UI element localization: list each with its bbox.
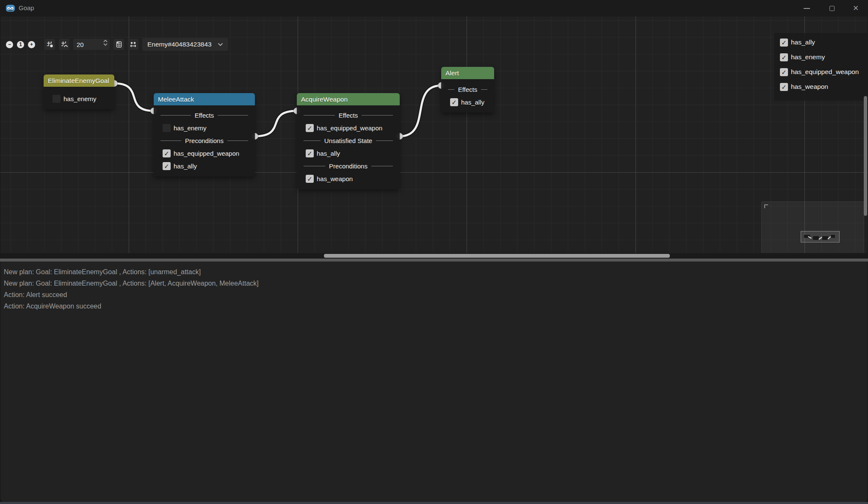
- separator-line: [304, 140, 321, 141]
- zoom-in-button[interactable]: +: [28, 41, 35, 48]
- checkbox-icon[interactable]: ✓: [780, 39, 788, 47]
- checkbox-icon[interactable]: [53, 95, 61, 103]
- checkbox-icon[interactable]: ✓: [780, 68, 788, 76]
- separator-line: [362, 115, 393, 116]
- node-title[interactable]: MeleeAttack: [154, 93, 255, 105]
- graph-node-alert[interactable]: AlertEffects✓has_ally: [441, 67, 494, 113]
- checkbox-icon[interactable]: ✓: [306, 124, 314, 132]
- snap-toggle-button[interactable]: [44, 39, 55, 50]
- watch-item-label: has_ally: [791, 39, 815, 46]
- separator-line: [160, 140, 181, 141]
- state-label: has_equipped_weapon: [174, 150, 239, 157]
- graph-canvas[interactable]: EliminateEnemyGoalhas_enemyMeleeAttackEf…: [0, 17, 868, 259]
- agent-selector-value: Enemy#40483423843: [147, 41, 212, 48]
- log-line: Action: AcquireWeapon succeed: [4, 300, 868, 312]
- minimap-toggle-button[interactable]: [113, 39, 124, 50]
- maximize-icon: [829, 6, 835, 11]
- zoom-reset-button[interactable]: 1: [17, 41, 24, 48]
- node-state-row: ✓has_weapon: [297, 172, 400, 185]
- node-state-row: has_enemy: [154, 121, 255, 134]
- minimize-icon: [804, 8, 810, 9]
- snap-distance-input[interactable]: [77, 39, 100, 50]
- zoom-out-button[interactable]: −: [6, 41, 13, 48]
- log-line: New plan: Goal: EliminateEnemyGoal , Act…: [4, 278, 868, 289]
- spin-down-icon[interactable]: [103, 43, 108, 46]
- state-label: has_equipped_weapon: [317, 124, 382, 132]
- checkbox-icon[interactable]: ✓: [163, 162, 171, 170]
- godot-app-icon: [6, 3, 15, 13]
- snap-distance-spinbox: [73, 39, 110, 50]
- node-section-separator: Effects: [297, 109, 400, 121]
- separator-line: [227, 140, 248, 141]
- log-line: New plan: Goal: EliminateEnemyGoal , Act…: [4, 266, 868, 278]
- graph-node-melee-attack[interactable]: MeleeAttackEffectshas_enemyPreconditions…: [154, 93, 255, 176]
- section-label: Effects: [458, 86, 478, 93]
- node-title[interactable]: AcquireWeapon: [297, 93, 400, 105]
- minimap-resizer-icon[interactable]: [764, 204, 768, 208]
- minimap-node: [831, 235, 835, 238]
- checkbox-icon[interactable]: ✓: [306, 175, 314, 183]
- section-label: Preconditions: [329, 162, 368, 170]
- watch-item-has_equipped_weapon[interactable]: ✓has_equipped_weapon: [780, 66, 868, 77]
- separator-line: [160, 115, 191, 116]
- title-bar[interactable]: Goap ✕: [0, 0, 868, 17]
- agent-selector-dropdown[interactable]: Enemy#40483423843: [142, 38, 228, 51]
- wire-shadow: [255, 111, 297, 136]
- graph-node-acquire-weapon[interactable]: AcquireWeaponEffects✓has_equipped_weapon…: [297, 93, 400, 189]
- node-section-separator: Preconditions: [297, 160, 400, 172]
- state-label: has_ally: [461, 99, 484, 106]
- separator-line: [481, 89, 487, 90]
- state-label: has_weapon: [317, 175, 353, 182]
- node-body: Effectshas_enemyPreconditions✓has_equipp…: [154, 105, 255, 176]
- minimap-icon: [116, 41, 122, 48]
- separator-line: [376, 140, 393, 141]
- horizontal-scrollbar-thumb[interactable]: [324, 254, 670, 258]
- vertical-scrollbar[interactable]: [864, 96, 867, 216]
- watch-item-has_ally[interactable]: ✓has_ally: [780, 37, 868, 48]
- horizontal-scrollbar-track[interactable]: [0, 253, 868, 259]
- node-body: Effects✓has_equipped_weaponUnsatisfied S…: [297, 105, 400, 189]
- arrange-nodes-button[interactable]: [128, 39, 138, 50]
- snap-arc-icon: [61, 41, 68, 48]
- snap-distance-button[interactable]: [59, 39, 69, 50]
- close-button[interactable]: ✕: [843, 0, 868, 17]
- wire-eliminate-enemy-goal-to-melee-attack[interactable]: [114, 83, 154, 111]
- checkbox-icon[interactable]: ✓: [450, 98, 458, 106]
- snap-grid-icon: [47, 41, 53, 48]
- minimize-button[interactable]: [794, 0, 819, 17]
- log-splitter-handle[interactable]: [0, 259, 868, 262]
- node-state-row: ✓has_ally: [297, 147, 400, 160]
- window-bottom-edge: [0, 502, 868, 504]
- separator-line: [371, 166, 393, 166]
- graph-toolbar: − 1 +: [6, 38, 228, 51]
- minimap-wire: [818, 237, 822, 240]
- close-icon: ✕: [853, 5, 859, 12]
- watch-item-has_weapon[interactable]: ✓has_weapon: [780, 81, 868, 92]
- wire-melee-attack-to-acquire-weapon[interactable]: [255, 111, 297, 136]
- wire-acquire-weapon-to-alert[interactable]: [400, 85, 441, 136]
- checkbox-icon[interactable]: ✓: [780, 83, 788, 91]
- node-body: has_enemy: [44, 87, 114, 109]
- node-title[interactable]: Alert: [441, 67, 494, 79]
- spinbox-steppers[interactable]: [103, 40, 108, 46]
- minimap-node: [822, 236, 828, 240]
- spin-up-icon[interactable]: [103, 40, 108, 42]
- checkbox-icon[interactable]: ✓: [163, 149, 171, 157]
- state-label: has_ally: [174, 162, 197, 170]
- separator-line: [218, 115, 248, 116]
- minimap-camera-rect[interactable]: [801, 231, 840, 242]
- minimap-wire: [808, 236, 812, 239]
- chevron-down-icon: [218, 43, 223, 46]
- graph-node-eliminate-enemy-goal[interactable]: EliminateEnemyGoalhas_enemy: [44, 74, 114, 109]
- node-state-row: ✓has_ally: [441, 96, 494, 108]
- watch-item-has_enemy[interactable]: ✓has_enemy: [780, 52, 868, 63]
- section-label: Effects: [339, 112, 358, 119]
- log-panel: New plan: Goal: EliminateEnemyGoal , Act…: [0, 262, 868, 502]
- node-title[interactable]: EliminateEnemyGoal: [44, 74, 114, 87]
- node-state-row: has_enemy: [44, 92, 114, 105]
- checkbox-icon[interactable]: [163, 124, 171, 132]
- checkbox-icon[interactable]: ✓: [780, 53, 788, 61]
- maximize-button[interactable]: [820, 0, 844, 17]
- watch-item-label: has_equipped_weapon: [791, 68, 859, 76]
- checkbox-icon[interactable]: ✓: [306, 149, 314, 157]
